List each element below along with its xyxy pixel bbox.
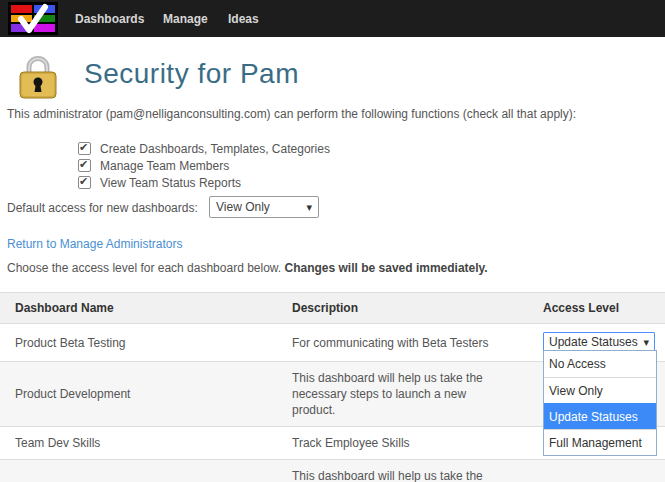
column-header-description: Description <box>277 293 528 324</box>
dashboard-name-cell: 1 - Product Development <box>0 460 277 482</box>
lock-icon <box>16 51 60 99</box>
permission-checkbox-manage-team[interactable] <box>78 159 91 172</box>
chevron-down-icon <box>306 197 312 217</box>
default-access-value: View Only <box>216 200 270 214</box>
column-header-dashboard-name: Dashboard Name <box>0 293 277 324</box>
permission-checkbox-view-reports[interactable] <box>78 176 91 189</box>
instruction-text: Choose the access level for each dashboa… <box>7 261 488 275</box>
instruction-bold: Changes will be saved immediately. <box>285 261 488 275</box>
logo-checkmark-icon <box>8 2 58 35</box>
default-access-select[interactable]: View Only <box>209 196 319 218</box>
dashboard-name-cell: Team Dev Skills <box>0 427 277 460</box>
permission-label: Manage Team Members <box>100 159 229 173</box>
access-level-value: Update Statuses <box>549 335 638 349</box>
instruction-normal: Choose the access level for each dashboa… <box>7 261 285 275</box>
nav-item-manage[interactable]: Manage <box>163 12 228 26</box>
intro-text: This administrator (pam@nelliganconsulti… <box>7 107 647 121</box>
permission-row: Manage Team Members <box>78 158 229 173</box>
top-navbar: Dashboards Manage Ideas <box>0 0 665 37</box>
nav-item-ideas[interactable]: Ideas <box>228 12 278 26</box>
dropdown-option-view-only[interactable]: View Only <box>544 377 656 403</box>
return-to-manage-administrators-link[interactable]: Return to Manage Administrators <box>7 237 182 251</box>
permission-row: Create Dashboards, Templates, Categories <box>78 141 330 156</box>
dropdown-option-update-statuses[interactable]: Update Statuses <box>544 403 656 429</box>
description-cell: For communicating with Beta Testers <box>277 324 528 362</box>
dashboard-name-cell: Product Development <box>0 362 277 427</box>
default-access-label: Default access for new dashboards: <box>7 201 198 215</box>
nav-menu: Dashboards Manage Ideas <box>75 0 278 37</box>
description-cell: This dashboard will help us take the nec… <box>277 362 528 427</box>
dropdown-option-full-management[interactable]: Full Management <box>544 429 656 455</box>
dropdown-option-no-access[interactable]: No Access <box>544 351 656 377</box>
description-cell: This dashboard will help us take the nec… <box>277 460 528 482</box>
permission-row: View Team Status Reports <box>78 175 241 190</box>
description-cell: Track Employee Skills <box>277 427 528 460</box>
permission-label: Create Dashboards, Templates, Categories <box>100 142 330 156</box>
app-logo[interactable] <box>8 2 58 35</box>
table-row: 1 - Product Development This dashboard w… <box>0 460 665 482</box>
nav-item-dashboards[interactable]: Dashboards <box>75 12 163 26</box>
permission-checkbox-create-dashboards[interactable] <box>78 142 91 155</box>
access-level-dropdown: No Access View Only Update Statuses Full… <box>543 350 657 456</box>
permission-label: View Team Status Reports <box>100 176 241 190</box>
table-header-row: Dashboard Name Description Access Level <box>0 293 665 324</box>
dashboard-name-cell: Product Beta Testing <box>0 324 277 362</box>
page-title: Security for Pam <box>84 58 299 90</box>
column-header-access-level: Access Level <box>528 293 665 324</box>
